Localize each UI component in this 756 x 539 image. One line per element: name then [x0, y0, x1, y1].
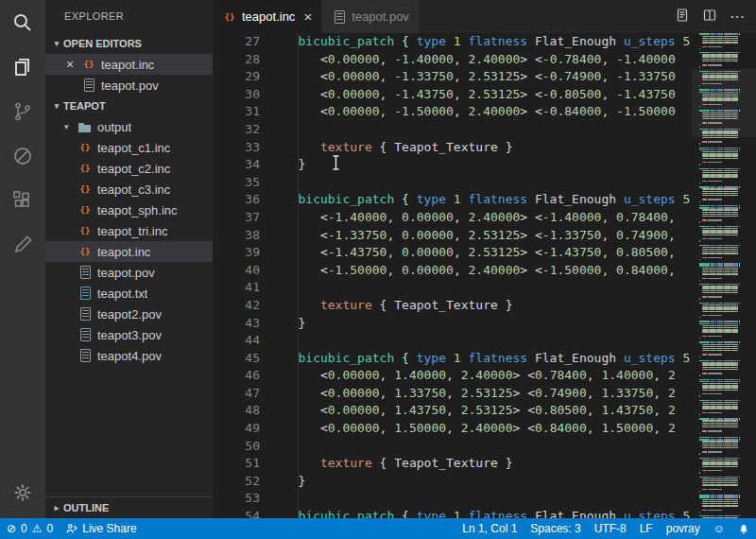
- line-number: 33: [213, 139, 260, 157]
- line-number: 40: [213, 262, 260, 280]
- line-content: <0.00000, -1.50000, 2.40000> <-0.84000, …: [260, 103, 676, 121]
- code-line-38: 38 <-1.33750, 0.00000, 2.53125> <-1.3375…: [213, 227, 697, 245]
- code-line-39: 39 <-1.43750, 0.00000, 2.53125> <-1.4375…: [213, 244, 697, 262]
- outline-header[interactable]: ▸ OUTLINE: [45, 496, 213, 518]
- line-number: 49: [213, 420, 260, 438]
- tree-item-teapot_sph.inc[interactable]: {}teapot_sph.inc: [45, 200, 213, 220]
- tree-item-output[interactable]: ▾output: [45, 116, 213, 137]
- cursor-position-status[interactable]: Ln 1, Col 1: [455, 518, 524, 539]
- code-line-43: 43 }: [213, 315, 697, 333]
- debug-icon[interactable]: [0, 133, 45, 178]
- explorer-icon[interactable]: [0, 44, 45, 89]
- line-content: }: [260, 315, 305, 333]
- line-number: 53: [213, 490, 260, 508]
- tree-item-teapot_c2.inc[interactable]: {}teapot_c2.inc: [45, 158, 213, 179]
- feedback-button[interactable]: ☺: [707, 518, 731, 539]
- line-content: <-1.33750, 0.00000, 2.53125> <-1.33750, …: [260, 227, 676, 245]
- notifications-button[interactable]: [731, 518, 756, 539]
- inc-file-icon: {}: [77, 223, 93, 238]
- problems-status[interactable]: ⊘ 0 ⚠ 0: [0, 518, 60, 539]
- more-actions-icon[interactable]: ⋯: [730, 9, 745, 25]
- line-number: 31: [213, 103, 260, 121]
- open-editor-item-teapot.inc[interactable]: ×{}teapot.inc: [45, 54, 213, 75]
- tree-item-teapot_c1.inc[interactable]: {}teapot_c1.inc: [45, 137, 213, 158]
- warning-count: 0: [47, 522, 54, 535]
- line-number: 46: [213, 367, 260, 385]
- line-number: 39: [213, 244, 260, 262]
- indentation-status[interactable]: Spaces: 3: [524, 518, 587, 539]
- line-content: bicubic_patch { type 1 flatness Flat_Eno…: [260, 33, 690, 51]
- minimap[interactable]: [692, 33, 756, 518]
- open-editors-header[interactable]: ▾ OPEN EDITORS: [45, 33, 213, 54]
- line-content: <-1.40000, 0.00000, 2.40000> <-1.40000, …: [260, 209, 676, 227]
- file-label: teapot3.pov: [97, 328, 162, 342]
- line-number: 35: [213, 174, 260, 192]
- close-icon[interactable]: ×: [66, 58, 81, 71]
- settings-gear-icon[interactable]: [0, 470, 45, 514]
- pov-file-icon: [77, 348, 93, 363]
- line-content: [260, 121, 276, 139]
- code-editor[interactable]: 27 bicubic_patch { type 1 flatness Flat_…: [213, 33, 697, 518]
- line-number: 37: [213, 209, 260, 227]
- tree-item-teapot.pov[interactable]: teapot.pov: [45, 262, 213, 283]
- split-editor-icon[interactable]: [702, 8, 717, 26]
- code-line-54: 54 bicubic_patch { type 1 flatness Flat_…: [213, 508, 697, 518]
- line-number: 38: [213, 227, 260, 245]
- line-number: 45: [213, 350, 260, 368]
- line-content: <0.00000, 1.43750, 2.53125> <0.80500, 1.…: [260, 402, 676, 420]
- sidebar-title: EXPLORER: [45, 0, 213, 33]
- open-preview-icon[interactable]: [675, 8, 690, 26]
- source-control-icon[interactable]: [0, 89, 45, 133]
- file-label: teapot.inc: [97, 245, 150, 259]
- inc-file-icon: {}: [77, 244, 93, 259]
- code-line-37: 37 <-1.40000, 0.00000, 2.40000> <-1.4000…: [213, 209, 697, 227]
- file-label: teapot4.pov: [97, 349, 162, 363]
- line-content: <0.00000, 1.50000, 2.40000> <0.84000, 1.…: [260, 420, 676, 438]
- file-label: output: [97, 120, 131, 134]
- tree-item-teapot2.pov[interactable]: teapot2.pov: [45, 304, 213, 324]
- line-number: 48: [213, 402, 260, 420]
- file-label: teapot_tri.inc: [97, 224, 167, 238]
- code-lines: 27 bicubic_patch { type 1 flatness Flat_…: [213, 33, 697, 518]
- tab-close-icon[interactable]: ×: [303, 9, 312, 24]
- line-number: 29: [213, 68, 260, 86]
- inc-file-icon: {}: [222, 9, 237, 25]
- tab-teapot.pov[interactable]: teapot.pov: [322, 0, 420, 33]
- line-content: [260, 490, 276, 508]
- line-number: 43: [213, 315, 260, 333]
- line-number: 36: [213, 191, 260, 209]
- line-content: [260, 332, 276, 350]
- chevron-right-icon: ▸: [50, 503, 63, 513]
- tab-teapot.inc[interactable]: {}teapot.inc×: [213, 0, 322, 33]
- line-content: [260, 174, 276, 192]
- eol-status[interactable]: LF: [633, 518, 660, 539]
- file-label: teapot.pov: [97, 266, 155, 280]
- language-mode-status[interactable]: povray: [660, 518, 707, 539]
- tree-item-teapot_tri.inc[interactable]: {}teapot_tri.inc: [45, 220, 213, 241]
- code-line-31: 31 <0.00000, -1.50000, 2.40000> <-0.8400…: [213, 103, 697, 121]
- code-line-46: 46 <0.00000, 1.40000, 2.40000> <0.78400,…: [213, 367, 697, 385]
- line-number: 42: [213, 297, 260, 315]
- line-content: [260, 438, 276, 456]
- encoding-status[interactable]: UTF-8: [588, 518, 633, 539]
- workspace-folder-header[interactable]: ▾ TEAPOT: [45, 96, 213, 116]
- file-label: teapot2.pov: [97, 307, 162, 322]
- extensions-icon[interactable]: [0, 178, 45, 222]
- tab-label: teapot.inc: [242, 9, 295, 24]
- edit-icon[interactable]: [0, 222, 45, 267]
- chevron-down-icon: ▾: [64, 122, 77, 131]
- open-editor-item-teapot.pov[interactable]: teapot.pov: [45, 75, 213, 96]
- line-content: <0.00000, -1.40000, 2.40000> <-0.78400, …: [260, 51, 676, 69]
- tree-item-teapot.inc[interactable]: {}teapot.inc: [45, 241, 213, 262]
- tree-item-teapot4.pov[interactable]: teapot4.pov: [45, 345, 213, 366]
- tree-item-teapot_c3.inc[interactable]: {}teapot_c3.inc: [45, 179, 213, 200]
- pov-file-icon: [77, 265, 93, 280]
- tree-item-teapot3.pov[interactable]: teapot3.pov: [45, 324, 213, 345]
- line-content: }: [260, 156, 305, 174]
- live-share-button[interactable]: Live Share: [60, 518, 143, 539]
- error-count: 0: [21, 522, 27, 535]
- tree-item-teapot.txt[interactable]: teapot.txt: [45, 283, 213, 304]
- search-icon[interactable]: [0, 0, 45, 44]
- code-line-52: 52 }: [213, 473, 697, 491]
- code-line-28: 28 <0.00000, -1.40000, 2.40000> <-0.7840…: [213, 51, 697, 69]
